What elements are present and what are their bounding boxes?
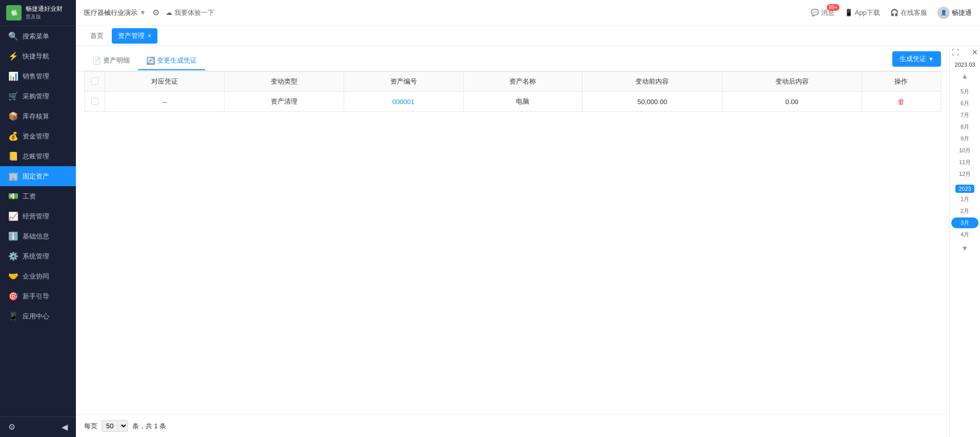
sidebar-label-purchase: 采购管理 [23,92,49,101]
sidebar-item-enterprise[interactable]: 🤝 企业协同 [0,266,76,286]
username: 畅捷通 [952,8,972,17]
generate-label: 生成凭证 [899,54,926,64]
sidebar-label-operations: 经营管理 [23,212,49,221]
tab-home[interactable]: 首页 [84,28,110,44]
tab-close-icon[interactable]: × [148,32,151,39]
basic-info-icon: ℹ️ [8,231,18,241]
logo-text: 畅捷通好业财 [26,5,63,13]
per-page-label: 每页 [84,422,97,431]
month-8[interactable]: 8月 [951,122,978,132]
generate-voucher-button[interactable]: 生成凭证 ▼ [892,51,941,67]
subtab-asset-detail-label: 资产明细 [103,56,130,65]
user-menu[interactable]: 👤 畅捷通 [937,7,972,19]
tab-active-label: 资产管理 [118,31,145,41]
customer-service-btn[interactable]: 🎧 在线客服 [890,8,927,17]
month-3-current[interactable]: 3月 [951,217,978,228]
notifications-btn[interactable]: 💬 消息 99+ [811,8,834,17]
sidebar-item-purchase[interactable]: 🛒 采购管理 [0,86,76,106]
month-12[interactable]: 12月 [951,169,978,180]
notifications-badge: 99+ [827,4,839,11]
month-9[interactable]: 9月 [951,133,978,144]
sidebar-item-quick-nav[interactable]: ⚡ 快捷导航 [0,46,76,66]
month-10[interactable]: 10月 [951,145,978,156]
subtab-change-voucher[interactable]: 🔄 变更生成凭证 [138,52,205,70]
sidebar-label-fixed-assets: 固定资产 [23,172,49,181]
sales-icon: 📊 [8,71,18,81]
month-11[interactable]: 11月 [951,157,978,168]
per-page-select[interactable]: 50 10 20 100 [102,420,128,432]
company-selector[interactable]: 医疗器械行业演示 ▼ [84,8,146,17]
month-2[interactable]: 2月 [951,206,978,216]
company-arrow-icon: ▼ [139,9,146,16]
message-icon: 💬 [811,9,819,16]
inventory-icon: 📦 [8,111,18,121]
sidebar-label-app-center: 应用中心 [23,312,49,321]
scroll-down-icon[interactable]: ▼ [962,244,969,252]
customer-service-label: 在线客服 [901,8,927,17]
row-checkbox[interactable] [91,97,98,105]
cell-asset-name: 电脑 [463,92,583,112]
sidebar-item-ledger[interactable]: 📒 总账管理 [0,146,76,166]
sidebar-item-payroll[interactable]: 💵 工资 [0,186,76,206]
system-icon: ⚙️ [8,251,18,261]
app-download-btn[interactable]: 📱 App下载 [845,8,880,17]
sidebar-item-fixed-assets[interactable]: 🏢 固定资产 [0,166,76,186]
sidebar-label-quick-nav: 快捷导航 [23,52,49,61]
sidebar-item-app-center[interactable]: 📱 应用中心 [0,306,76,326]
asset-change-table: 对应凭证 变动类型 资产编号 资产名称 变动前内容 变动后内容 操作 [84,71,941,112]
topbar: 医疗器械行业演示 ▼ ⚙ ☁ 我要体验一下 💬 消息 99+ 📱 App下载 🎧… [76,0,980,26]
sidebar-item-system[interactable]: ⚙️ 系统管理 [0,246,76,266]
sidebar-item-sales[interactable]: 📊 销售管理 [0,66,76,86]
sidebar-label-finance: 资金管理 [23,132,49,141]
sidebar-label-payroll: 工资 [23,192,36,201]
sidebar-item-inventory[interactable]: 📦 库存核算 [0,106,76,126]
operations-icon: 📈 [8,211,18,221]
sidebar-label-ledger: 总账管理 [23,152,49,161]
asset-detail-icon: 📄 [92,56,101,65]
select-all-checkbox[interactable] [91,77,98,85]
panel-close-icon[interactable]: ✕ [972,48,978,56]
sidebar-item-basic-info[interactable]: ℹ️ 基础信息 [0,226,76,246]
enterprise-icon: 🤝 [8,271,18,281]
panel-expand-icon[interactable]: ⛶ [952,48,959,56]
sidebar-nav: 🔍 搜索菜单 ⚡ 快捷导航 📊 销售管理 🛒 采购管理 📦 库存核算 💰 资金管… [0,26,76,416]
month-6[interactable]: 6月 [951,98,978,109]
col-asset-name: 资产名称 [463,72,583,92]
table-row: -- 资产清理 000001 电脑 50,000.00 0.00 🗑 [85,92,941,112]
month-list: 5月 6月 7月 8月 9月 10月 11月 12月 2023 1月 2月 3月… [950,86,980,240]
sidebar-item-search[interactable]: 🔍 搜索菜单 [0,26,76,46]
col-after: 变动后内容 [722,72,862,92]
month-7[interactable]: 7月 [951,110,978,121]
cloud-icon: ☁ [166,9,172,16]
subtabs: 📄 资产明细 🔄 变更生成凭证 生成凭证 ▼ [76,46,949,71]
subtab-change-voucher-label: 变更生成凭证 [157,56,197,65]
generate-arrow-icon: ▼ [928,56,934,62]
settings-bottom-icon[interactable]: ⚙ [8,422,15,432]
collapse-icon[interactable]: ◀ [62,422,68,432]
col-change-type: 变动类型 [224,72,344,92]
subtab-asset-detail[interactable]: 📄 资产明细 [84,52,138,70]
month-4[interactable]: 4月 [951,229,978,240]
sidebar-item-finance[interactable]: 💰 资金管理 [0,126,76,146]
right-panel: ✕ ⛶ 2023.03 ▲ 5月 6月 7月 8月 9月 10月 11月 12月… [949,46,980,437]
col-action: 操作 [862,72,941,92]
sidebar-item-operations[interactable]: 📈 经营管理 [0,206,76,226]
settings-gear-icon[interactable]: ⚙ [152,8,159,17]
year-badge: 2023 [955,185,974,193]
sidebar-label-system: 系统管理 [23,252,49,261]
experience-btn[interactable]: ☁ 我要体验一下 [166,8,214,17]
col-before: 变动前内容 [583,72,722,92]
delete-row-icon[interactable]: 🗑 [897,97,905,106]
sidebar-item-guide[interactable]: 🎯 新手引导 [0,286,76,306]
cell-voucher: -- [105,92,225,112]
cell-action: 🗑 [862,92,941,112]
tab-asset-management[interactable]: 资产管理 × [112,28,157,44]
tabbar: 首页 资产管理 × [76,26,980,46]
search-icon: 🔍 [8,31,18,41]
sidebar-label-basic-info: 基础信息 [23,232,49,241]
month-1[interactable]: 1月 [951,194,978,205]
scroll-up-icon[interactable]: ▲ [962,72,969,80]
month-5[interactable]: 5月 [951,86,978,97]
sidebar-label-search: 搜索菜单 [23,32,49,41]
service-icon: 🎧 [890,9,898,16]
